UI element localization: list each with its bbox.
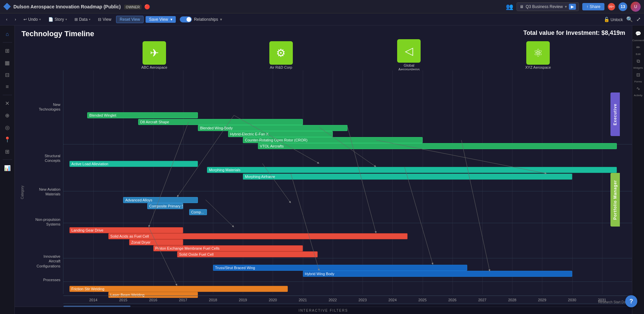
comments-label: Comments [632, 39, 644, 42]
toggle-switch[interactable] [180, 16, 192, 22]
undo-button[interactable]: ↩ Undo ▾ [21, 16, 44, 23]
bar-active-load-alleviation[interactable]: Active Load Alleviation [69, 161, 198, 167]
bar-blended-wing-body[interactable]: Blended Wing-Body [198, 125, 347, 131]
topbar-right: 👥 🖥 Q3 Business Review ▾ ▶ ↑ Share 99+ 1… [506, 2, 641, 12]
xyz-label: XYZ Aerospace [525, 65, 551, 69]
bar-morphing-materials[interactable]: Morphing Materials [207, 167, 617, 173]
x-axis-label-2018: 2018 [209, 298, 217, 302]
bar-vtol-aircrafts[interactable]: VTOL Aircrafts [258, 143, 617, 149]
sidebar-item-filter[interactable]: ⊕ [2, 110, 13, 121]
sidebar-item-grid3[interactable]: ⊟ [2, 69, 13, 80]
bar-landing-gear-drive[interactable]: Landing Gear Drive [69, 227, 183, 233]
expand-button[interactable]: ⤢ [636, 16, 641, 22]
category-line-1 [63, 191, 632, 191]
user-avatar[interactable]: U [631, 2, 641, 12]
bar-hybrid-wing-body[interactable]: Hybrid Wing Body [303, 271, 572, 277]
bar-truss/strut-braced-wing[interactable]: Truss/Strut Braced Wing [213, 265, 467, 271]
sidebar-item-circle[interactable]: ◎ [2, 122, 13, 133]
xyz-logo-box: ⚛ [526, 41, 550, 65]
sidebar-item-grid2[interactable]: ▦ [2, 57, 13, 68]
notifications-badge[interactable]: 99+ [608, 3, 615, 10]
search-button[interactable]: 🔍 [626, 16, 633, 22]
bar-morphing-airframe[interactable]: Morphing Airframe [243, 174, 572, 180]
bar-solid-oxide-fuel-cell[interactable]: Solid Oxide Fuel Cell [177, 251, 318, 257]
air-label: Air R&D Corp [270, 65, 292, 69]
grid-line-2017 [183, 70, 183, 294]
y-axis-label: Category [20, 185, 24, 199]
sidebar-item-close[interactable]: ✕ [2, 98, 13, 109]
monitor-icon: 🖥 [520, 4, 524, 9]
x-axis-label-2020: 2020 [269, 298, 277, 302]
story-icon: 📄 [48, 17, 53, 22]
scroll-thumb[interactable] [63, 306, 130, 307]
toolbar: ‹ › ↩ Undo ▾ 📄 Story ▾ ⊞ Data ▾ ⊟ View R… [0, 13, 644, 25]
forms-icon[interactable]: ⊟ [634, 70, 643, 79]
company-global[interactable]: ◁ GlobalAerosystems [397, 39, 421, 71]
reset-view-button[interactable]: Reset View [116, 16, 144, 23]
bar-hybrid-electric-e-fan-x[interactable]: Hybrid-Electric E-Fan X [228, 131, 333, 137]
sidebar-item-list[interactable]: ≡ [2, 81, 13, 92]
sidebar-item-chart[interactable]: 📊 [2, 163, 13, 173]
widgets-label: Widgets [632, 66, 644, 69]
bar-blended-winglet[interactable]: Blended Winglet [87, 112, 198, 118]
timeline-area[interactable]: Category NewTechnologies StructuralConce… [15, 70, 632, 314]
activity-label: Activity [632, 94, 644, 97]
bar-zonal-dryer[interactable]: Zonal Dryer [129, 239, 183, 245]
bar-solid-acids-as-fuel-cell[interactable]: Solid Acids as Fuel Cell [108, 233, 408, 239]
x-axis-label-2023: 2023 [359, 298, 367, 302]
bar-comp...[interactable]: Comp... [189, 209, 207, 215]
bar-composite-primary-structures[interactable]: Composite Primary Structures [147, 203, 183, 209]
bar-friction-stir-welding[interactable]: Friction Stir Welding [69, 286, 288, 292]
sidebar-item-location[interactable]: 📍 [2, 134, 13, 145]
grid-line-2026 [452, 70, 453, 294]
x-axis-label-2030: 2030 [568, 298, 576, 302]
gantt-chart: Blended WingletD8 Aircraft ShapeBlended … [63, 70, 632, 294]
data-button[interactable]: ⊞ Data ▾ [72, 16, 93, 23]
save-view-button[interactable]: Save View ▾ [146, 16, 176, 23]
user-count: 13 [619, 2, 627, 11]
dropdown-arrow: ▾ [565, 4, 567, 9]
chart-title: Technology Timeline [21, 29, 94, 38]
sidebar-item-grid1[interactable]: ⊞ [2, 45, 13, 56]
x-axis-label-2022: 2022 [329, 298, 337, 302]
company-air[interactable]: ⚙ Air R&D Corp [269, 41, 293, 69]
category-line-2 [63, 223, 632, 223]
share-button[interactable]: ↑ Share [582, 3, 604, 10]
view-button[interactable]: ⊟ View [95, 16, 114, 23]
portfolio-tab[interactable]: Portfolio Manager [610, 173, 620, 227]
x-axis-label-2021: 2021 [299, 298, 307, 302]
relationships-toggle[interactable]: Relationships ▾ [180, 16, 222, 22]
sidebar-item-home[interactable]: ⌂ [2, 29, 13, 40]
filters-bar[interactable]: INTERACTIVE FILTERS [15, 307, 632, 314]
edit-icon[interactable]: ✏ [634, 43, 643, 52]
company-abc[interactable]: ✈ ABC Aerospace [141, 41, 167, 69]
edit-label: Edit [632, 53, 644, 56]
executive-tab[interactable]: Executive [610, 92, 620, 136]
x-axis-label-2027: 2027 [478, 298, 486, 302]
unlock-button[interactable]: 🔓 Unlock [604, 17, 623, 22]
navigate-back-button[interactable]: ‹ [3, 16, 10, 23]
comments-icon[interactable]: 💬 [634, 29, 643, 38]
grid-line-2024 [392, 70, 393, 294]
x-axis-label-2024: 2024 [388, 298, 396, 302]
bar-counter-rotating-open-rotor-(cror)[interactable]: Counter-Rotating Open Rotor (CROR) [243, 137, 422, 143]
activity-icon[interactable]: ∿ [634, 84, 643, 93]
main-area: ⌂ ⊞ ▦ ⊟ ≡ ✕ ⊕ ◎ 📍 ⊞ 📊 Technology Timelin… [0, 25, 644, 314]
widgets-icon[interactable]: ⧉ [634, 56, 643, 66]
bar-advanced-alloys[interactable]: Advanced Alloys [123, 197, 198, 203]
bar-d8-aircraft-shape[interactable]: D8 Aircraft Shape [138, 119, 303, 125]
people-icon: 👥 [506, 3, 513, 10]
x-axis-label-2014: 2014 [89, 298, 97, 302]
grid-line-2022 [333, 70, 333, 294]
story-button[interactable]: 📄 Story ▾ [46, 16, 70, 23]
navigate-forward-button[interactable]: › [12, 16, 19, 23]
sidebar-item-grid4[interactable]: ⊞ [2, 146, 13, 157]
bar-proton-exchange-membrane-fuel-cells[interactable]: Proton Exchange Membrane Fuel Cells [153, 245, 303, 251]
app-logo [3, 3, 11, 10]
cat-structural: StructuralConcepts [45, 153, 60, 163]
scroll-bar[interactable] [63, 305, 632, 307]
presentation-box[interactable]: 🖥 Q3 Business Review ▾ ▶ [517, 2, 579, 11]
play-icon[interactable]: ▶ [569, 4, 576, 10]
help-button[interactable]: ? [625, 295, 637, 307]
company-xyz[interactable]: ⚛ XYZ Aerospace [525, 41, 551, 69]
